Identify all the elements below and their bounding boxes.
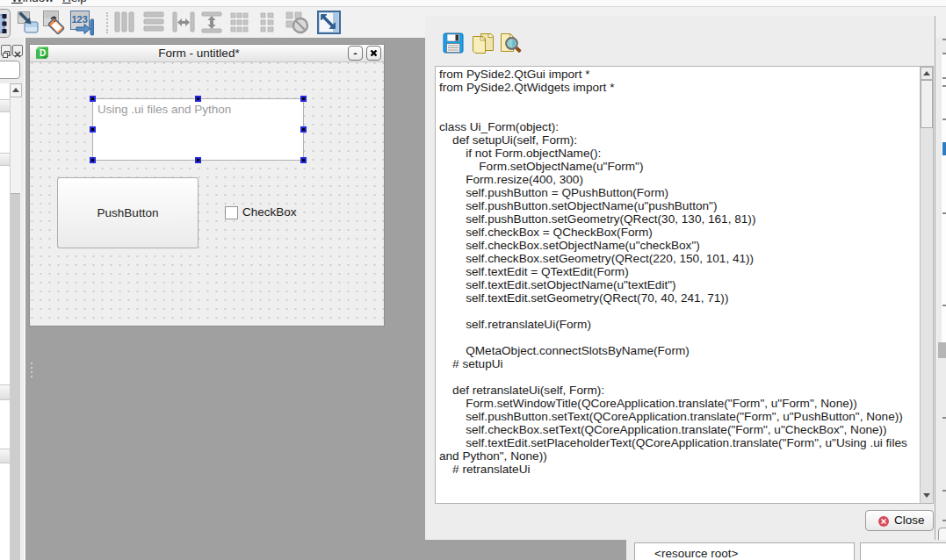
svg-text:123: 123 [72, 14, 88, 25]
